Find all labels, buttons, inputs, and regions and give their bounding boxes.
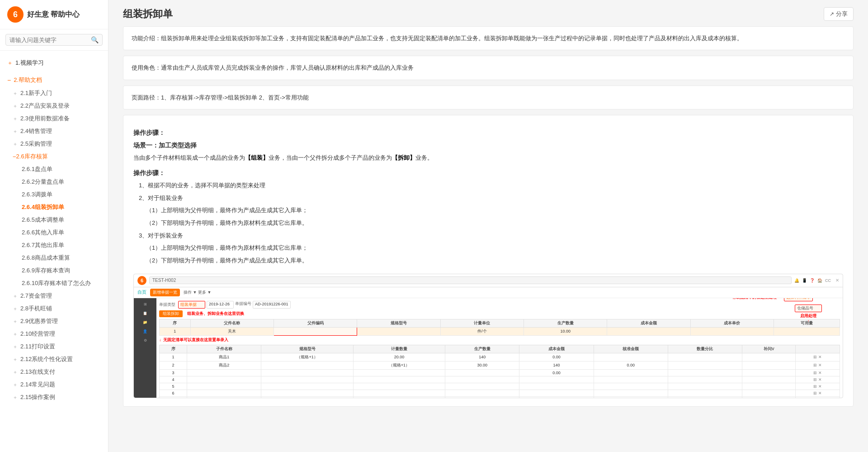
sim-th2-v: 补问V (742, 345, 796, 353)
sim-annotation2: 组装业务、拆卸业务在这里切换 (187, 311, 244, 317)
sim-th-qty: 生产数量 (524, 319, 607, 327)
sim-nav-bar: 自页 新增单据一览 操作 ▼ 更多 ▼ (134, 287, 843, 298)
sim-assemble-tab: 组装拆卸 (159, 310, 183, 317)
sidebar-item-sales[interactable]: ＋ 2.4销售管理 (5, 125, 108, 138)
operations-title: 操作步骤： (133, 129, 843, 137)
sim-annotation1-btn: 选择料件清单 (784, 298, 813, 301)
sim-date-input: 2019-12-26 (207, 301, 234, 309)
sim-th-seq: 序 (160, 319, 191, 327)
sim-td-cost (607, 327, 690, 335)
plus-icon: ＋ (13, 369, 18, 376)
sim-nav-actions: 操作 ▼ 更多 ▼ (184, 290, 211, 295)
content-area: 功能介绍：组装拆卸单用来处理企业组装或拆卸等加工业务，支持有固定装配清单的产品加… (108, 26, 868, 452)
sim-content-area: ⊞ 📋 📁 👤 ⚙ 单据类型 组装单据 (134, 298, 843, 398)
sidebar-item-inventory[interactable]: − 2.6库存核算 (5, 150, 108, 163)
plus-icon: ＋ (13, 141, 18, 147)
steps-title: 操作步骤： (133, 169, 843, 177)
sim-th2-seq: 序 (160, 345, 187, 353)
sidebar-item-data-prep[interactable]: ＋ 2.3使用前数据准备 (5, 112, 108, 125)
search-input[interactable] (9, 37, 91, 43)
sim-td-qty: 10.00 (524, 327, 607, 335)
sidebar-item-coupon[interactable]: ＋ 2.9优惠券管理 (5, 315, 108, 328)
sidebar-item-268[interactable]: 2.6.8商品成本重算 (18, 252, 108, 264)
sidebar-item-261[interactable]: 2.6.1盘点单 (18, 163, 108, 176)
sidebar-item-online-pay[interactable]: ＋ 2.13在线支付 (5, 366, 108, 378)
sim-th2-std: 核准金额 (594, 345, 668, 353)
sim-td-code (274, 327, 357, 335)
sim-sb-icon2: 📋 (138, 309, 152, 318)
plus-icon: ＋ (13, 356, 18, 363)
sim-table2-row-2: 2 商品2 （规格+1） 30.00 140 0.00 (160, 361, 840, 369)
sidebar-item-finance[interactable]: ＋ 2.7资金管理 (5, 290, 108, 302)
sidebar-item-print[interactable]: ＋ 2.11打印设置 (5, 340, 108, 353)
sidebar-item-video-learning[interactable]: ＋ 1.视频学习 (0, 56, 108, 70)
step-1: 1、根据不同的业务，选择不同单据的类型来处理 (133, 180, 843, 191)
sidebar-item-newbie[interactable]: ＋ 2.1新手入门 (5, 87, 108, 100)
sidebar-item-purchase[interactable]: ＋ 2.5采购管理 (5, 138, 108, 150)
sidebar-item-262[interactable]: 2.6.2分量盘点单 (18, 176, 108, 188)
sidebar-item-263[interactable]: 2.6.3调拨单 (18, 188, 108, 201)
sim-screenshot: 6 TEST-H002 🔔 📱 ❓ 🏠 CC ✕ 自页 (134, 274, 843, 398)
sim-close-icon: ✕ (835, 278, 839, 283)
step-3-2: （2）下部明细为子件明细，最终作为产成品生成其它入库单。 (133, 255, 843, 266)
sim-th-parent-code: 父件编码 (274, 319, 357, 327)
logo-area: 6 好生意 帮助中心 (0, 0, 108, 29)
search-area: 🔍 (0, 29, 108, 51)
sim-store-input: 仓储品号 (795, 305, 822, 312)
sim-annotation4: 无固定清单可以直接在这里置单录入 (163, 337, 228, 343)
sim-th2-qty: 计量数量 (353, 345, 445, 353)
sim-th2-prod: 生产数量 (445, 345, 519, 353)
nav-section-2: − 2.帮助文档 ＋ 2.1新手入门 ＋ 2.2产品安装及登录 ＋ 2.3使用前… (0, 71, 108, 405)
screenshot-container: 6 TEST-H002 🔔 📱 ❓ 🏠 CC ✕ 自页 (133, 274, 843, 398)
sim-no-input: AD-20191226-001 (253, 301, 291, 309)
sim-annotation1: 有装配清单的在这里处理 (732, 298, 777, 300)
sim-label-type: 单据类型 (159, 302, 175, 308)
sim-table2-row-5: 5 ⊞ ✕ (160, 383, 840, 390)
sidebar-item-faq[interactable]: ＋ 2.14常见问题 (5, 378, 108, 391)
sim-th2-cost: 成本金额 (519, 345, 594, 353)
plus-icon: ＋ (7, 59, 13, 67)
sidebar-item-266[interactable]: 2.6.6其他入库单 (18, 226, 108, 239)
sim-arrow1: → (778, 298, 782, 300)
sim-arrow3: ↑ (807, 319, 809, 323)
sim-icon-2: 📱 (802, 278, 807, 283)
sim-browser-bar: 6 TEST-H002 🔔 📱 ❓ 🏠 CC ✕ (134, 274, 843, 287)
sidebar-item-265[interactable]: 2.6.5成本调整单 (18, 214, 108, 226)
plus-icon: ＋ (13, 331, 18, 338)
sidebar-item-help-docs[interactable]: − 2.帮助文档 (0, 73, 108, 87)
sim-th-cost: 成本金额 (607, 319, 690, 327)
sim-table1: 序 父件名称 父件编码 规格型号 计量单位 生产数量 成本金额 成本单价 可用量 (159, 319, 840, 336)
sidebar: 6 好生意 帮助中心 🔍 ＋ 1.视频学习 − 2.帮助文档 ＋ 2 (0, 0, 108, 452)
search-icon[interactable]: 🔍 (91, 36, 99, 43)
sim-logo: 6 (137, 276, 146, 285)
sidebar-item-267[interactable]: 2.6.7其他出库单 (18, 239, 108, 252)
sim-sb-icon4: 👤 (138, 328, 152, 336)
sidebar-item-2610[interactable]: 2.6.10库存账本错了怎么办 (18, 277, 108, 290)
logo-icon: 6 (7, 6, 24, 23)
plus-icon: ＋ (13, 128, 18, 135)
sim-table-row-1: 1 关木 件/个 10.00 (160, 327, 840, 335)
intro-block-3: 页面路径：1、库存核算->库存管理->组装拆卸单 2、首页->常用功能 (123, 86, 854, 109)
sim-td-spec (357, 327, 440, 335)
search-box: 🔍 (5, 34, 103, 46)
minus-icon: − (7, 76, 11, 84)
step-2-2: （2）下部明细为子件明细，最终作为原材料生成其它出库单。 (133, 218, 843, 229)
intro-block-2: 使用角色：通常由生产人员或库管人员完成拆装业务的操作，库管人员确认原材料的出库和… (123, 56, 854, 80)
nav-sub-items-2: ＋ 2.1新手入门 ＋ 2.2产品安装及登录 ＋ 2.3使用前数据准备 ＋ 2.… (0, 87, 108, 404)
sidebar-item-customization[interactable]: ＋ 2.12系统个性化设置 (5, 353, 108, 366)
sim-th2-spec: 规格型号 (261, 345, 353, 353)
sidebar-item-install[interactable]: ＋ 2.2产品安装及登录 (5, 100, 108, 112)
scene1-desc: 当由多个子件材料组装成一个成品的业务为【组装】业务，当由一个父件拆分成多个子产品… (133, 152, 843, 164)
plus-icon: ＋ (13, 381, 18, 388)
nav-section-1: ＋ 1.视频学习 (0, 54, 108, 71)
sidebar-item-cases[interactable]: ＋ 2.15操作案例 (5, 391, 108, 404)
share-button[interactable]: ↗ 分享 (824, 7, 854, 21)
plus-icon: ＋ (13, 90, 18, 97)
sidebar-item-operations[interactable]: ＋ 2.10经营管理 (5, 328, 108, 340)
sidebar-item-269[interactable]: 2.6.9库存账本查询 (18, 264, 108, 277)
sim-url-bar: TEST-H002 (149, 276, 792, 284)
sim-sb-icon3: 📁 (138, 319, 152, 327)
sidebar-item-mobile[interactable]: ＋ 2.8手机旺铺 (5, 302, 108, 315)
sidebar-item-264[interactable]: 2.6.4组装拆卸单 (18, 201, 108, 214)
nav-tree: ＋ 1.视频学习 − 2.帮助文档 ＋ 2.1新手入门 ＋ 2.2产品安装及登录 (0, 51, 108, 452)
